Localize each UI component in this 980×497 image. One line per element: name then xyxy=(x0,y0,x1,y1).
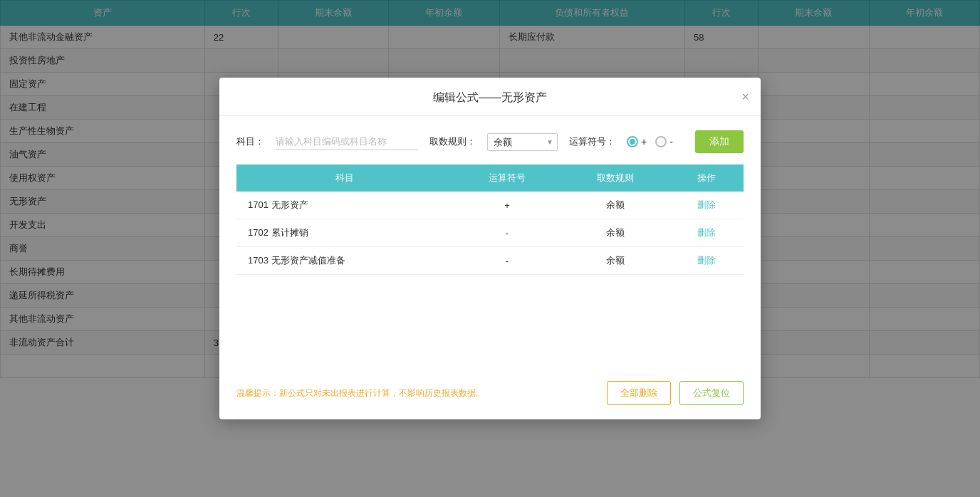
modal-cell-subject: 1701 无形资产 xyxy=(236,192,453,219)
modal-table-wrapper: 科目 运算符号 取数规则 操作 1701 无形资产+余额删除1702 累计摊销-… xyxy=(219,164,761,370)
modal-table-row: 1703 无形资产减值准备-余额删除 xyxy=(236,247,744,275)
modal-close-button[interactable]: × xyxy=(741,90,749,103)
reset-button[interactable]: 公式复位 xyxy=(679,381,744,405)
modal-cell-action: 删除 xyxy=(669,192,744,219)
operator-minus-label: - xyxy=(669,136,673,147)
modal-table-row: 1702 累计摊销-余额删除 xyxy=(236,219,744,247)
operator-minus-radio[interactable]: - xyxy=(655,136,673,147)
modal-table-head: 科目 运算符号 取数规则 操作 xyxy=(236,164,744,192)
modal-footer: 温馨提示：新公式只对未出报表进行计算，不影响历史报表数据。 全部删除 公式复位 xyxy=(219,370,761,419)
rule-label: 取数规则： xyxy=(429,135,476,148)
modal-cell-rule: 余额 xyxy=(561,219,669,247)
modal-inner-table: 科目 运算符号 取数规则 操作 1701 无形资产+余额删除1702 累计摊销-… xyxy=(236,164,744,275)
modal-cell-rule: 余额 xyxy=(561,192,669,219)
delete-all-button[interactable]: 全部删除 xyxy=(607,381,671,405)
delete-row-button[interactable]: 删除 xyxy=(697,199,716,210)
subject-label: 科目： xyxy=(236,135,264,148)
subject-input[interactable] xyxy=(276,133,418,150)
col-subject: 科目 xyxy=(236,164,453,192)
operator-plus-circle xyxy=(627,136,638,147)
modal-table-row: 1701 无形资产+余额删除 xyxy=(236,192,744,219)
delete-row-button[interactable]: 删除 xyxy=(697,227,716,238)
footer-buttons: 全部删除 公式复位 xyxy=(607,381,744,405)
col-operator: 运算符号 xyxy=(453,164,561,192)
modal-overlay: 编辑公式——无形资产 × 科目： 取数规则： 余额 借方 贷方 借方发生额 贷方… xyxy=(0,0,980,497)
footer-hint: 温馨提示：新公式只对未出报表进行计算，不影响历史报表数据。 xyxy=(236,387,484,399)
col-action: 操作 xyxy=(669,164,744,192)
modal-cell-action: 删除 xyxy=(669,219,744,247)
modal-title: 编辑公式——无形资产 xyxy=(433,90,547,105)
operator-radio-group: + - xyxy=(627,136,673,147)
modal-cell-operator: - xyxy=(453,247,561,275)
rule-select-wrapper: 余额 借方 贷方 借方发生额 贷方发生额 ▼ xyxy=(487,133,558,151)
delete-row-button[interactable]: 删除 xyxy=(697,255,716,266)
operator-minus-circle xyxy=(655,136,667,147)
modal-cell-subject: 1703 无形资产减值准备 xyxy=(236,247,453,275)
modal-cell-action: 删除 xyxy=(669,247,744,275)
modal-cell-subject: 1702 累计摊销 xyxy=(236,219,453,247)
add-button[interactable]: 添加 xyxy=(695,130,744,153)
operator-plus-label: + xyxy=(641,136,647,147)
operator-plus-radio[interactable]: + xyxy=(627,136,647,147)
rule-select[interactable]: 余额 借方 贷方 借方发生额 贷方发生额 xyxy=(487,133,558,151)
modal-cell-operator: + xyxy=(453,192,561,219)
operator-label: 运算符号： xyxy=(569,135,615,148)
modal-dialog: 编辑公式——无形资产 × 科目： 取数规则： 余额 借方 贷方 借方发生额 贷方… xyxy=(219,78,761,419)
modal-table-body: 1701 无形资产+余额删除1702 累计摊销-余额删除1703 无形资产减值准… xyxy=(236,192,744,275)
modal-form: 科目： 取数规则： 余额 借方 贷方 借方发生额 贷方发生额 ▼ 运算符号： + xyxy=(219,116,761,164)
modal-cell-rule: 余额 xyxy=(561,247,669,275)
col-rule: 取数规则 xyxy=(561,164,669,192)
modal-cell-operator: - xyxy=(453,219,561,247)
modal-header: 编辑公式——无形资产 × xyxy=(219,78,761,116)
